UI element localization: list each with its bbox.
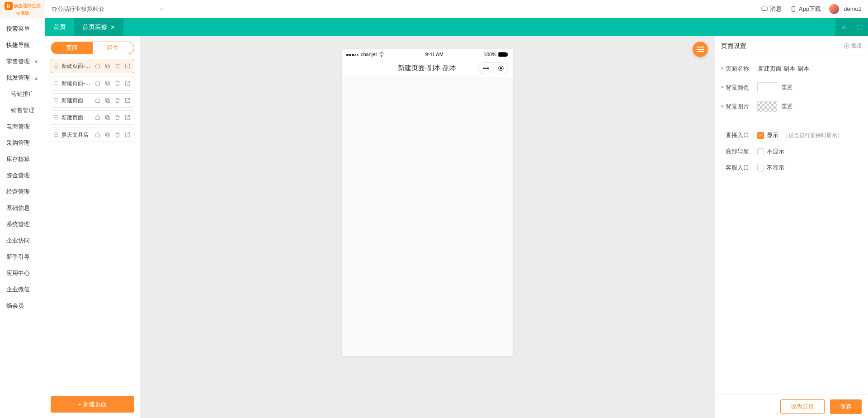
svg-point-18: [483, 67, 484, 68]
page-name-input[interactable]: [757, 63, 862, 74]
home-icon[interactable]: [94, 80, 101, 87]
sidenav-sales[interactable]: 销售管理: [0, 102, 45, 119]
page-item[interactable]: ☰新建页面: [51, 93, 134, 108]
page-item[interactable]: ☰新建页面-副本...: [51, 59, 134, 73]
share-icon[interactable]: [124, 80, 131, 87]
bottom-nav-label: 底部导航: [726, 147, 757, 156]
save-button[interactable]: 保存: [830, 399, 862, 414]
sidenav-retail[interactable]: 零售管理▼: [0, 53, 45, 70]
mini-target-icon[interactable]: [493, 62, 508, 74]
bgimg-swatch[interactable]: [757, 101, 777, 112]
collapse-panel-button[interactable]: [693, 42, 708, 57]
phone-body[interactable]: [342, 77, 513, 356]
mini-more-icon[interactable]: [479, 62, 493, 74]
delete-icon[interactable]: [114, 62, 121, 70]
drag-handle-icon[interactable]: ☰: [54, 97, 59, 104]
bgcolor-reset[interactable]: 重置: [782, 84, 793, 90]
sidenav-apps[interactable]: 应用中心: [0, 265, 45, 281]
sidenav-wholesale[interactable]: 批发管理▲: [0, 70, 45, 86]
page-item[interactable]: ☰昊天文具店: [51, 128, 134, 142]
sidenav-purchase[interactable]: 采购管理: [0, 135, 45, 151]
svg-rect-11: [107, 117, 110, 120]
tab-decorate[interactable]: 首页装修✕: [74, 18, 123, 36]
close-icon[interactable]: ✕: [110, 24, 115, 31]
share-icon[interactable]: [124, 62, 131, 70]
drag-handle-icon[interactable]: ☰: [54, 80, 59, 86]
drag-handle-icon[interactable]: ☰: [54, 114, 59, 121]
home-icon[interactable]: [94, 62, 101, 70]
messages-label: 消息: [770, 5, 782, 13]
sidenav-member[interactable]: 畅会员: [0, 298, 45, 314]
brand-name: 畅捷通好生意: [14, 3, 41, 9]
sidenav-guide[interactable]: 新手引导: [0, 249, 45, 265]
service-label: 客服入口: [726, 164, 757, 172]
svg-rect-6: [105, 64, 108, 67]
sidenav-wechat[interactable]: 企业微信: [0, 281, 45, 298]
share-icon[interactable]: [124, 97, 131, 104]
drag-handle-icon[interactable]: ☰: [54, 132, 59, 138]
components-tab[interactable]: 组件: [93, 42, 134, 54]
svg-rect-16: [499, 52, 506, 56]
pages-tab[interactable]: 页面: [51, 42, 93, 54]
bgimg-reset[interactable]: 重置: [782, 103, 793, 109]
home-icon[interactable]: [94, 97, 101, 104]
sidenav-basic[interactable]: 基础信息: [0, 200, 45, 216]
copy-icon[interactable]: [104, 114, 111, 121]
sidenav-marketing[interactable]: 营销推广: [0, 86, 45, 102]
username: demo2: [844, 5, 862, 12]
delete-icon[interactable]: [114, 131, 121, 138]
tab-home[interactable]: 首页: [45, 18, 74, 36]
bottom-nav-opt: 不显示: [767, 147, 784, 156]
sidenav: 搜索菜单 快捷导航 零售管理▼ 批发管理▲ 营销推广 销售管理 电商管理 采购管…: [0, 18, 45, 418]
tab-close-all[interactable]: [835, 18, 852, 36]
svg-rect-10: [105, 98, 108, 101]
user-menu[interactable]: demo2: [829, 4, 862, 14]
delete-icon[interactable]: [114, 80, 121, 87]
settings-panel: 页面设置 视频 *页面名称 *背景颜色 重置: [714, 36, 868, 418]
drag-handle-icon[interactable]: ☰: [54, 63, 59, 69]
service-checkbox[interactable]: [757, 165, 764, 171]
home-icon[interactable]: [94, 131, 101, 138]
page-item[interactable]: ☰新建页面: [51, 110, 134, 125]
service-opt: 不显示: [767, 164, 784, 172]
delete-icon[interactable]: [114, 97, 121, 104]
copy-icon[interactable]: [104, 62, 111, 70]
sidenav-inventory[interactable]: 库存核算: [0, 151, 45, 167]
bgcolor-swatch[interactable]: [757, 82, 777, 93]
app-download-link[interactable]: App下载: [790, 5, 821, 13]
home-icon[interactable]: [94, 114, 101, 121]
delete-icon[interactable]: [114, 114, 121, 121]
live-checkbox[interactable]: ✓: [757, 132, 764, 139]
phone-preview: chanjet 9:41 AM 100% 新建页面-副本-副本: [341, 49, 513, 356]
messages-link[interactable]: 消息: [761, 5, 782, 13]
share-icon[interactable]: [124, 131, 131, 138]
set-home-button[interactable]: 设为首页: [780, 399, 825, 414]
brand-edition: 标准版: [16, 10, 29, 16]
page-item[interactable]: ☰新建页面-副本: [51, 76, 134, 90]
page-item-name: 新建页面: [61, 97, 91, 104]
page-list-panel: 页面 组件 ☰新建页面-副本...☰新建页面-副本☰新建页面☰新建页面☰昊天文具…: [45, 36, 140, 418]
sidenav-funds[interactable]: 资金管理: [0, 167, 45, 184]
account-selector[interactable]: 办公品行业模拟账套: [52, 5, 164, 13]
sidenav-operations[interactable]: 经营管理: [0, 184, 45, 200]
wifi-icon: [378, 51, 385, 57]
sidenav-system[interactable]: 系统管理: [0, 216, 45, 233]
sidenav-collab[interactable]: 企业协同: [0, 233, 45, 249]
tab-fullscreen[interactable]: [852, 18, 868, 36]
share-icon[interactable]: [124, 114, 131, 121]
page-name-label: 页面名称: [726, 65, 757, 73]
copy-icon[interactable]: [104, 97, 111, 104]
svg-point-15: [382, 56, 382, 57]
video-help-link[interactable]: 视频: [844, 42, 862, 50]
sidenav-search[interactable]: 搜索菜单: [0, 21, 45, 37]
add-page-button[interactable]: +新建页面: [51, 396, 134, 413]
sidenav-ecom[interactable]: 电商管理: [0, 119, 45, 135]
bottom-nav-checkbox[interactable]: [757, 148, 764, 155]
battery-label: 100%: [484, 52, 496, 57]
brand-logo[interactable]: b畅捷通好生意 标准版: [0, 0, 45, 18]
caret-down-icon: ▼: [34, 59, 38, 64]
copy-icon[interactable]: [104, 131, 111, 138]
sidenav-quicknav[interactable]: 快捷导航: [0, 37, 45, 53]
copy-icon[interactable]: [104, 80, 111, 87]
svg-point-20: [487, 67, 488, 68]
